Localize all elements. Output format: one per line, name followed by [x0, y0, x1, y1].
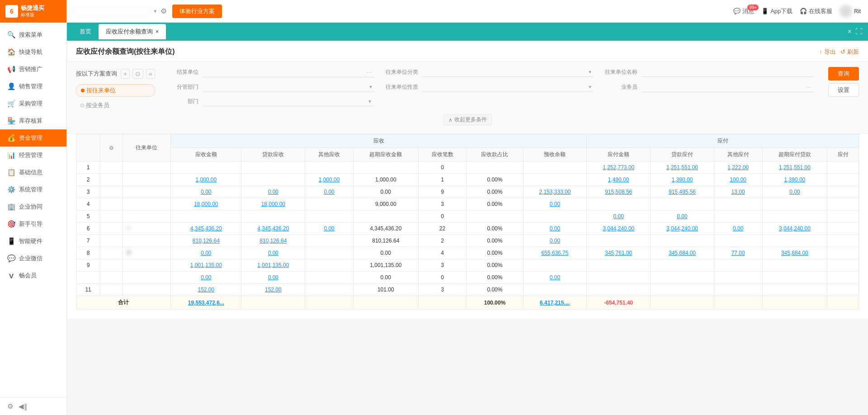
sidebar-item-system[interactable]: ⚙️ 系统管理: [0, 181, 66, 198]
table-cell[interactable]: 13.00: [714, 186, 762, 198]
tab-home[interactable]: 首页: [72, 24, 99, 39]
table-cell[interactable]: 4,345,436.20: [171, 223, 241, 235]
collapse-sidebar-icon[interactable]: ◀‖: [19, 402, 28, 410]
table-cell[interactable]: 345,761.00: [587, 247, 651, 259]
table-cell[interactable]: 1,000.00: [305, 174, 354, 186]
table-cell[interactable]: 1,390.00: [651, 174, 714, 186]
table-cell[interactable]: 0.00: [523, 272, 587, 284]
add-filter-icon[interactable]: +: [121, 69, 130, 79]
online-service-button[interactable]: 🎧 在线客服: [800, 7, 832, 15]
filter-settings-icon[interactable]: ⊙: [132, 69, 143, 79]
settings-bottom-icon[interactable]: ⚙: [7, 402, 13, 410]
table-cell[interactable]: 1,490.00: [587, 174, 651, 186]
table-cell[interactable]: 0.00: [714, 223, 762, 235]
sidebar-item-finance[interactable]: 💰 资金管理: [0, 129, 66, 147]
filter-option-partner[interactable]: 按往来单位: [76, 84, 155, 97]
table-cell[interactable]: 915,495.56: [651, 186, 714, 198]
table-cell[interactable]: 915,508.56: [587, 186, 651, 198]
table-cell[interactable]: 0.00: [305, 186, 354, 198]
guide-icon: 🎯: [7, 220, 15, 228]
tab-ar-balance[interactable]: 应收应付余额查询 ×: [99, 24, 166, 39]
table-cell[interactable]: 0.00: [171, 272, 241, 284]
sidebar-item-hardware[interactable]: 📱 智能硬件: [0, 233, 66, 250]
table-cell[interactable]: 152.00: [241, 284, 305, 296]
app-download-button[interactable]: 📱 App下载: [761, 7, 793, 15]
table-cell[interactable]: 0.00: [241, 247, 305, 259]
close-window-button[interactable]: ×: [848, 28, 852, 36]
table-cell[interactable]: 0.00: [523, 235, 587, 247]
table-cell[interactable]: 152.00: [171, 284, 241, 296]
message-button[interactable]: 💬 消息 99+: [733, 7, 754, 15]
table-cell[interactable]: 0.00: [762, 186, 827, 198]
table-cell[interactable]: 0.00: [171, 247, 241, 259]
table-cell[interactable]: 3,044,240.00: [587, 223, 651, 235]
total-ar-amount[interactable]: 19,553,472,6...: [171, 296, 241, 310]
table-cell[interactable]: 1,001,135.00: [241, 259, 305, 272]
table-cell[interactable]: 810,126.64: [171, 235, 241, 247]
export-button[interactable]: ↑ 导出: [820, 48, 836, 56]
collapse-button[interactable]: ∧ 收起更多条件: [443, 114, 492, 125]
total-ar-prepaid[interactable]: 6,417,215....: [523, 296, 587, 310]
table-cell[interactable]: 0.00: [523, 198, 587, 210]
nature-select[interactable]: ▾: [422, 82, 594, 92]
table-cell[interactable]: 0.00: [587, 210, 651, 223]
sidebar-item-marketing[interactable]: 📢 营销推广: [0, 61, 66, 78]
table-cell[interactable]: 345,684.00: [762, 247, 827, 259]
col-settings[interactable]: ⚙: [100, 134, 123, 162]
sidebar-item-basic[interactable]: 📋 基础信息: [0, 164, 66, 181]
table-cell[interactable]: 1,390.00: [762, 174, 827, 186]
table-cell[interactable]: 4,345,436.20: [241, 223, 305, 235]
partner-name-input[interactable]: [641, 67, 814, 77]
table-cell[interactable]: 1,252,773.00: [587, 162, 651, 174]
table-cell[interactable]: 655,636.75: [523, 247, 587, 259]
table-cell[interactable]: 0.00: [523, 223, 587, 235]
table-cell[interactable]: 77.00: [714, 247, 762, 259]
refresh-button[interactable]: ↺ 刷新: [840, 48, 859, 56]
table-cell[interactable]: 1,222.00: [714, 162, 762, 174]
table-cell[interactable]: 345,684.00: [651, 247, 714, 259]
query-button[interactable]: 查询: [828, 67, 859, 81]
tab-close-icon[interactable]: ×: [156, 29, 159, 35]
filter-collapse-icon[interactable]: «: [146, 69, 155, 79]
filter-option-salesperson[interactable]: 按业务员: [76, 100, 155, 111]
partner-type-select[interactable]: ▾: [422, 67, 594, 77]
table-cell[interactable]: 100.00: [714, 174, 762, 186]
salesperson-label: 业务员: [601, 83, 637, 91]
sidebar-item-guide[interactable]: 🎯 新手引导: [0, 215, 66, 233]
table-cell[interactable]: 0.00: [241, 272, 305, 284]
settlement-input[interactable]: ···: [202, 67, 375, 77]
user-area[interactable]: Rit: [840, 5, 861, 18]
sidebar-item-purchase[interactable]: 🛒 采购管理: [0, 95, 66, 112]
sidebar-item-inventory[interactable]: 🏪 库存核算: [0, 112, 66, 129]
dept-select[interactable]: ▾: [202, 82, 375, 92]
sidebar-item-corp[interactable]: 🏢 企业协同: [0, 198, 66, 215]
breadcrumb-input[interactable]: [74, 7, 150, 16]
topbar-gear-icon[interactable]: ⚙: [160, 7, 167, 15]
promo-button[interactable]: 体验行业方案: [172, 5, 222, 18]
table-cell[interactable]: 18,000.00: [171, 198, 241, 210]
table-cell[interactable]: 1,001,135.00: [171, 259, 241, 272]
table-cell[interactable]: 3,044,240.00: [651, 223, 714, 235]
fullscreen-button[interactable]: ⛶: [855, 28, 863, 36]
sidebar-item-operation[interactable]: 📊 经营管理: [0, 147, 66, 164]
table-cell[interactable]: 810,126.64: [241, 235, 305, 247]
breadcrumb-chevron-icon[interactable]: ▾: [154, 8, 157, 14]
table-cell[interactable]: 0.00: [171, 186, 241, 198]
department-select[interactable]: ▾: [202, 97, 374, 106]
sidebar-item-shortcut[interactable]: 🏠 快捷导航: [0, 43, 66, 61]
table-cell[interactable]: 0.00: [305, 223, 354, 235]
table-cell[interactable]: 18,000.00: [241, 198, 305, 210]
sidebar-item-sales[interactable]: 👤 销售管理: [0, 78, 66, 95]
table-cell[interactable]: 0.00: [651, 210, 714, 223]
filter-settings-button[interactable]: 设置: [828, 83, 859, 97]
table-cell[interactable]: 1,251,551.00: [762, 162, 827, 174]
table-cell[interactable]: 0.00: [241, 186, 305, 198]
sidebar-item-search[interactable]: 🔍 搜索菜单: [0, 26, 66, 43]
table-cell[interactable]: 1,000.00: [171, 174, 241, 186]
table-cell[interactable]: 1,251,551.00: [651, 162, 714, 174]
table-cell[interactable]: 2,153,333.00: [523, 186, 587, 198]
sidebar-item-wechat[interactable]: 💬 企业微信: [0, 250, 66, 267]
salesperson-input[interactable]: ···: [641, 82, 814, 92]
table-cell[interactable]: 3,044,240.00: [762, 223, 827, 235]
sidebar-item-member[interactable]: V 畅会员: [0, 267, 66, 284]
